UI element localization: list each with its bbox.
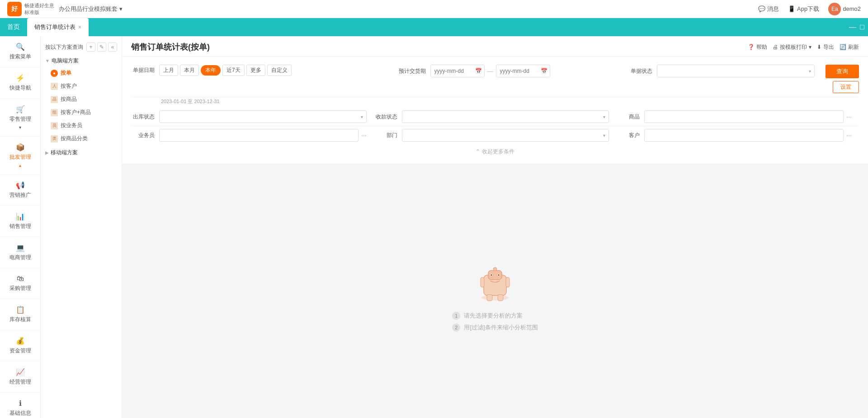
tab-maximize-icon[interactable]: □ [860,23,864,31]
department-select[interactable] [402,129,609,142]
scheme-item-by-customer-product[interactable]: 组 按客户+商品 [41,106,122,119]
scheme-panel-header: 按以下方案查询 + ✎ « [41,41,122,55]
empty-steps: 1 请先选择要分析的方案 2 用[过滤]条件来缩小分析范围 [452,312,538,332]
svg-rect-10 [498,294,503,301]
sidebar-item-marketing[interactable]: 📢 营销推广 [0,175,40,206]
department-label: 部门 [374,132,399,139]
tab-close-icon[interactable]: × [78,24,81,30]
sidebar-item-purchase[interactable]: 🛍 采购管理 [0,268,40,299]
sidebar-item-finance[interactable]: 💰 资金管理 [0,330,40,361]
date-btn-this-month[interactable]: 本月 [180,65,199,76]
sidebar-item-sales[interactable]: 📊 销售管理 [0,206,40,237]
step1-num-icon: 1 [452,312,460,320]
scheme-panel: 按以下方案查询 + ✎ « ▼ 电脑端方案 ● 按单 人 按客户 [41,36,122,418]
query-button[interactable]: 查询 [826,65,859,78]
out-status-select[interactable] [159,110,367,123]
date-btn-this-year[interactable]: 本年 [201,65,221,76]
salesman-input[interactable] [159,129,359,142]
scheme-section-mobile-header[interactable]: ▶ 移动端方案 [41,147,122,158]
logo-area: 好 畅捷通好生意 标准版 [7,2,54,16]
refresh-button[interactable]: 🔄 刷新 [840,43,859,51]
customer-input[interactable] [644,129,844,142]
calendar-end-icon: 📅 [541,68,547,74]
sidebar-item-operations[interactable]: 📈 经营管理 [0,361,40,393]
scheme-section-pc-title: 电脑端方案 [52,57,79,65]
message-button[interactable]: 💬 消息 [758,5,779,13]
wholesale-icon: 📦 [16,143,25,152]
top-bar: 好 畅捷通好生意 标准版 办公用品行业模拟账套 ▾ 💬 消息 📱 App下载 E… [0,0,868,18]
out-status-label: 出库状态 [131,113,156,121]
sidebar-item-basic[interactable]: ℹ 基础信息 [0,393,40,418]
tab-home[interactable]: 首页 [0,18,27,36]
product-dots-icon[interactable]: ··· [846,113,852,120]
chevron-down-icon: ▾ [119,5,123,12]
svg-point-6 [498,274,500,276]
retail-icon: 🛒 [16,105,25,114]
collapse-bar[interactable]: ⌃ 收起更多条件 [131,144,859,159]
bill-status-select[interactable] [657,65,815,77]
scheme-item-by-product[interactable]: 品 按商品 [41,93,122,106]
user-profile[interactable]: Ea demo2 [828,3,861,15]
template-print-button[interactable]: 🖨 按模板打印 ▾ [773,43,811,51]
export-button[interactable]: ⬇ 导出 [817,43,834,51]
pay-status-select[interactable] [402,110,609,123]
svg-rect-9 [487,294,492,301]
out-status-select-wrap: ▾ [159,110,367,123]
product-label: 商品 [616,113,642,121]
help-button[interactable]: ❓ 帮助 [748,43,767,51]
scheme-item-by-salesman[interactable]: 员 按业务员 [41,119,122,132]
empty-step2-text: 用[过滤]条件来缩小分析范围 [464,323,538,332]
settings-button[interactable]: 设置 [833,81,859,93]
svg-rect-8 [506,277,509,287]
svg-rect-7 [481,277,484,287]
scheme-section-mobile: ▶ 移动端方案 [41,147,122,158]
scheme-item-by-customer[interactable]: 人 按客户 [41,80,122,93]
sidebar-item-ecommerce[interactable]: 💻 电商管理 [0,237,40,268]
pay-status-select-wrap: ▾ [402,110,609,123]
by-salesman-icon: 员 [51,122,58,129]
expand-icon: ▼ [45,58,50,63]
pay-status-label: 收款状态 [374,113,399,121]
expected-date-filter: 预计交货期 📅 — 📅 [399,65,629,77]
sidebar-item-inventory[interactable]: 📋 库存核算 [0,299,40,330]
tab-sales-stats[interactable]: 销售订单统计表 × [27,18,89,36]
tab-minimize-icon[interactable]: — [849,23,856,31]
tab-bar: 首页 销售订单统计表 × — □ [0,18,868,36]
salesman-dots-icon[interactable]: ··· [361,132,367,139]
app-download-button[interactable]: 📱 App下载 [788,5,819,13]
date-btn-more[interactable]: 更多 [246,65,265,76]
scheme-panel-actions: + ✎ « [86,43,117,52]
bill-status-select-wrap: ▾ [657,65,815,77]
chevron-right-icon: ▾ [19,125,21,130]
scheme-edit-button[interactable]: ✎ [97,43,106,52]
by-customer-product-icon: 组 [51,109,58,116]
date-btn-custom[interactable]: 自定义 [267,65,292,76]
department-select-wrap: ▾ [402,129,609,142]
empty-robot-svg [468,250,522,304]
date-btn-last-month[interactable]: 上月 [159,65,178,76]
product-input[interactable] [644,110,844,123]
scheme-collapse-button[interactable]: « [108,43,117,52]
customer-dots-icon[interactable]: ··· [846,132,852,139]
pay-status-filter: 收款状态 ▾ [374,110,617,123]
sidebar-item-retail[interactable]: 🛒 零售管理 ▾ [0,99,40,137]
app-selector[interactable]: 办公用品行业模拟账套 ▾ [59,5,123,13]
product-filter: 商品 ··· [616,110,859,123]
scheme-add-button[interactable]: + [86,43,95,52]
by-customer-icon: 人 [51,83,58,90]
filter-row-3: 业务员 ··· 部门 ▾ 客户 [131,126,859,144]
message-icon: 💬 [758,5,765,12]
scheme-section-pc-header[interactable]: ▼ 电脑端方案 [41,55,122,66]
bill-date-label: 单据日期 [131,66,156,74]
chevron-print-icon: ▾ [809,44,811,50]
by-product-icon: 品 [51,96,58,103]
sidebar-item-search[interactable]: 🔍 搜索菜单 [0,36,40,67]
sidebar-item-quick-nav[interactable]: ⚡ 快捷导航 [0,67,40,99]
chevron-up-collapse-icon: ⌃ [476,148,481,155]
scheme-item-by-category[interactable]: 类 按商品分类 [41,132,122,145]
expected-date-end-wrap: 📅 [496,65,550,77]
customer-label: 客户 [616,132,642,139]
scheme-item-by-order[interactable]: ● 按单 [41,66,122,80]
sidebar-item-wholesale[interactable]: 📦 批发管理 ▴ [0,137,40,175]
date-btn-7days[interactable]: 近7天 [222,65,245,76]
